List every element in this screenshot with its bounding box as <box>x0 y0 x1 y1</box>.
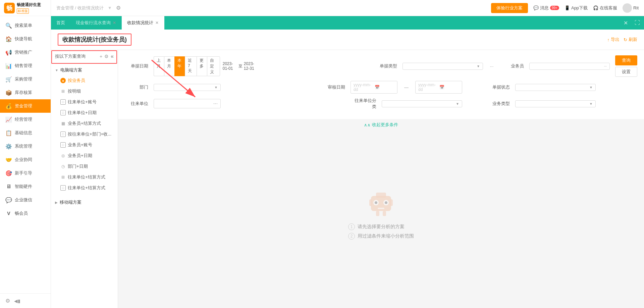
tab-bar-right: ✕ ⛶ <box>615 16 644 30</box>
logo-text: 畅捷通好生意 标准版 <box>17 2 41 14</box>
sidebar-item-enterprise[interactable]: 🤝 企业协同 <box>0 153 51 166</box>
tab-home[interactable]: 首页 <box>51 16 70 30</box>
sidebar-item-finance[interactable]: 💰 资金管理 <box>0 99 51 113</box>
business-type-label: 业务类型 <box>486 101 510 107</box>
sidebar-item-operation[interactable]: 📈 经营管理 <box>0 113 51 126</box>
scheme-item-partner-settle1[interactable]: ⊞ 往来单位+结算方式 <box>51 172 118 183</box>
member-icon: V <box>5 210 12 217</box>
mobile-group-toggle[interactable]: ▶ 移动端方案 <box>51 197 118 207</box>
message-icon: 💬 <box>533 5 539 10</box>
scheme-item-partner-date[interactable]: □ 往来单位+日期 <box>51 107 118 118</box>
tab-maximize-icon[interactable]: ⛶ <box>635 20 640 26</box>
scheme-item-partner-settle2[interactable]: □ 往来单位+结算方式 <box>51 183 118 193</box>
filter-area: 单据日期 上月 本月 本年 近7天 更多 自定义 <box>118 50 644 119</box>
filter-row-2: 部门 ▼ 审核日期 yyyy-mm-dd 📅 — <box>125 81 637 94</box>
export-button[interactable]: ↑ 导出 <box>607 37 620 43</box>
scheme-item-salesperson-settle[interactable]: ▦ 业务员+结算方式 <box>51 118 118 129</box>
sidebar-item-sales[interactable]: 📊 销售管理 <box>0 59 51 72</box>
voucher-type-label: 单据类型 <box>374 63 397 69</box>
refresh-button[interactable]: ↻ 刷新 <box>624 37 637 43</box>
basic-icon: 📋 <box>5 130 12 136</box>
scheme-item-salesperson[interactable]: ● 按业务员 <box>51 75 118 86</box>
tab-close-collection[interactable]: ✕ <box>155 20 159 25</box>
review-date-from-input[interactable]: yyyy-mm-dd 📅 <box>351 81 397 94</box>
desktop-scheme-group: ▼ 电脑端方案 ● 按业务员 ⊞ 按明细 □ <box>51 63 118 195</box>
svg-rect-11 <box>376 211 379 216</box>
sidebar-item-member[interactable]: V 畅会员 <box>0 207 51 220</box>
page-header-actions: ↑ 导出 ↻ 刷新 <box>607 37 638 43</box>
scheme-item-salesperson-account[interactable]: □ 业务员+账号 <box>51 140 118 150</box>
desktop-group-toggle[interactable]: ▼ 电脑端方案 <box>51 65 118 75</box>
partner-category-arrow-icon: ▼ <box>456 102 459 106</box>
trial-button[interactable]: 体验行业方案 <box>491 3 528 13</box>
sidebar-item-basic[interactable]: 📋 基础信息 <box>0 126 51 140</box>
sidebar-item-inventory[interactable]: 📦 库存核算 <box>0 86 51 99</box>
date-tab-thismonth[interactable]: 本月 <box>164 56 174 76</box>
date-tab-custom[interactable]: 自定义 <box>207 56 220 76</box>
voucher-type-more-icon[interactable]: ··· <box>488 64 495 69</box>
sidebar-item-marketing[interactable]: 📢 营销推广 <box>0 46 51 59</box>
date-tabs: 上月 本月 本年 近7天 更多 自定义 <box>154 56 220 76</box>
wechat-icon: 💬 <box>5 197 12 203</box>
settings-button[interactable]: 设置 <box>615 67 637 77</box>
date-tab-lastmonth[interactable]: 上月 <box>154 56 164 76</box>
tab-bank-flow[interactable]: 现金银行流水查询 ✕ <box>70 16 122 30</box>
app-download-btn[interactable]: 📱 App下载 <box>565 5 588 11</box>
sidebar-item-wechat[interactable]: 💬 企业微信 <box>0 193 51 207</box>
sidebar-item-system[interactable]: ⚙️ 系统管理 <box>0 140 51 153</box>
scheme-item-salesperson-date[interactable]: ◎ 业务员+日期 <box>51 150 118 161</box>
date-tab-thisyear[interactable]: 本年 <box>174 56 185 76</box>
sidebar-item-newbie[interactable]: 🎯 新手引导 <box>0 166 51 180</box>
messages-btn[interactable]: 💬 消息 99+ <box>533 5 559 11</box>
add-scheme-icon[interactable]: + <box>100 54 102 59</box>
hardware-icon: 🖥 <box>5 183 12 190</box>
online-service-btn[interactable]: 🎧 在线客服 <box>593 5 617 11</box>
date-tab-more[interactable]: 更多 <box>197 56 207 76</box>
partner-more-icon[interactable]: ··· <box>213 101 218 107</box>
download-icon: 📱 <box>565 5 570 10</box>
tab-close-all-icon[interactable]: ✕ <box>620 20 632 26</box>
scheme-clock-icon: ◷ <box>60 164 66 169</box>
review-date-to-input[interactable]: yyyy-mm-dd 📅 <box>415 81 462 94</box>
gear-settings-icon[interactable]: ⚙ <box>116 5 121 11</box>
empty-robot-icon <box>364 186 398 219</box>
scheme-item-partner-dept[interactable]: □ 按往来单位+部门+收... <box>51 129 118 140</box>
date-field: 上月 本月 本年 近7天 更多 自定义 2023-01-01 至 <box>154 56 258 76</box>
user-avatar <box>623 3 632 13</box>
partner-select[interactable]: ··· <box>154 99 221 108</box>
purchase-icon: 🛒 <box>5 76 12 83</box>
scheme-grid-icon2: ⊞ <box>60 174 66 180</box>
tab-collection-stats[interactable]: 收款情况统计 ✕ <box>122 16 164 30</box>
operation-icon: 📈 <box>5 116 12 123</box>
scheme-item-detail[interactable]: ⊞ 按明细 <box>51 86 118 97</box>
right-content: 单据日期 上月 本月 本年 近7天 更多 自定义 <box>118 50 644 308</box>
empty-step-2: 2 用过滤条件来缩小分析范围 <box>348 233 414 240</box>
collapse-panel-icon[interactable]: « <box>111 53 114 59</box>
scheme-settings-icon[interactable]: ⚙ <box>104 54 109 59</box>
user-area[interactable]: Rit <box>623 3 639 13</box>
salesperson-select[interactable]: ··· <box>529 63 610 70</box>
voucher-type-select[interactable]: ▼ <box>402 63 483 70</box>
business-type-select[interactable]: ▼ <box>515 100 596 107</box>
svg-point-6 <box>375 201 377 204</box>
scheme-item-partner-account[interactable]: □ 往来单位+账号 <box>51 97 118 107</box>
partner-category-select[interactable]: ▼ <box>382 100 462 107</box>
collapse-bar[interactable]: ∧∧ 收起更多条件 <box>118 119 644 131</box>
scheme-item-dept-date[interactable]: ◷ 部门+日期 <box>51 161 118 172</box>
department-select[interactable]: ▼ <box>154 84 221 91</box>
sidebar-item-quicknav[interactable]: 🏠 快捷导航 <box>0 32 51 46</box>
home-icon: 🏠 <box>5 36 12 42</box>
date-tab-7days[interactable]: 近7天 <box>185 56 197 76</box>
sidebar-item-search[interactable]: 🔍 搜索菜单 <box>0 19 51 32</box>
settings-footer-icon[interactable]: ⚙ <box>5 298 10 304</box>
tab-close-bank[interactable]: ✕ <box>113 20 116 25</box>
collapse-sidebar-icon[interactable]: ◀▮ <box>14 298 20 304</box>
svg-rect-8 <box>378 208 384 209</box>
sidebar-item-purchase[interactable]: 🛒 采购管理 <box>0 72 51 86</box>
marketing-icon: 📢 <box>5 49 12 56</box>
voucher-status-select[interactable]: ▼ <box>515 84 596 91</box>
sidebar-item-hardware[interactable]: 🖥 智能硬件 <box>0 180 51 193</box>
date-range-display: 2023-01-01 至 2023-12-31 <box>223 61 258 71</box>
svg-point-7 <box>385 201 387 204</box>
query-button[interactable]: 查询 <box>615 55 637 65</box>
